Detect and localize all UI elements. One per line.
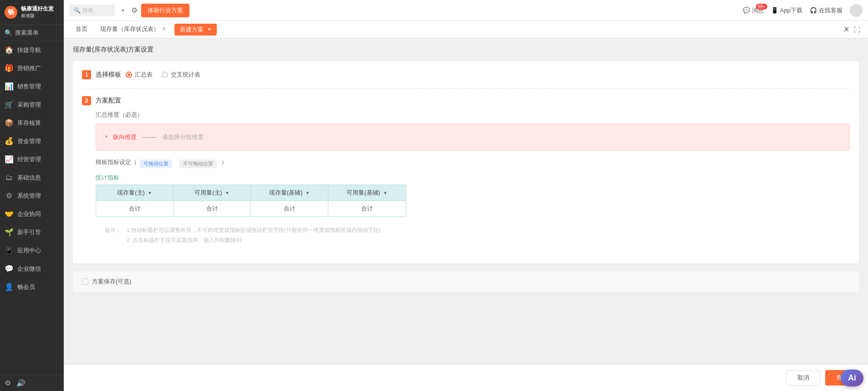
sidebar-item-apps[interactable]: 📱 应用中心 [0,242,64,260]
home-icon: 🏠 [5,46,14,55]
sidebar-item-shortcut[interactable]: 🏠 快捷导航 [0,41,64,59]
online-service-label: 在线客服 [819,6,842,15]
step2-section: 2 方案配置 汇总维度（必选） * 纵向维度 —— 请选择分组维度 [82,96,850,245]
settings-bottom-icon[interactable]: ⚙ [5,379,11,387]
sidebar-item-label: 系统管理 [17,192,41,200]
chat-icon: 💬 [5,264,14,273]
section-divider-1 [82,88,850,89]
dimension-config: 汇总维度（必选） * 纵向维度 —— 请选择分组维度 模板指标设定（ 可拖动位置 [96,111,850,245]
handshake-icon: 🤝 [5,210,14,219]
tip-1: 提示： 1.拖动标题栏可以调整布局，不可跨维度或指标区域拖动栏目字段(只能在同一… [105,226,850,236]
headset-icon: 🎧 [810,7,817,14]
user-avatar[interactable] [850,4,863,17]
save-checkbox[interactable] [82,278,88,285]
sidebar-item-inventory[interactable]: 📦 库存核算 [0,114,64,132]
radio-crosstab[interactable]: 交叉统计表 [162,71,200,79]
download-icon: 📱 [771,7,778,14]
app-version: 标准版 [21,13,54,19]
sidebar-item-sales[interactable]: 📊 销售管理 [0,77,64,96]
stats-col-chevron-0[interactable]: ▼ [148,190,152,196]
tab-new-plan[interactable]: 新建方案 ✕ [174,24,217,36]
dimension-section-label: 汇总维度（必选） [96,111,850,119]
indicator-close-paren: ） [221,158,227,166]
form-card: 1 选择模板 汇总表 交叉统计表 [73,61,859,263]
stats-col-cell-1: 合计 [174,201,251,216]
sidebar-item-finance[interactable]: 💰 资金管理 [0,132,64,150]
bottom-actions: 取消 查询 [64,364,868,391]
ai-badge[interactable]: Ai [841,370,863,386]
indicators-section: 模板指标设定（ 可拖动位置 不可拖动位置 ） 统计指标 [96,158,850,218]
tab-inventory-label: 现存量（库存状况表） [100,25,159,33]
maximize-window-icon[interactable]: ⛶ [852,24,863,35]
sidebar-item-label: 销售管理 [17,82,41,91]
sidebar-item-purchase[interactable]: 🛒 采购管理 [0,96,64,114]
sidebar-item-label: 快捷导航 [17,46,41,54]
money-icon: 💰 [5,137,14,146]
app-download-label: App下载 [780,6,802,15]
sidebar-item-business[interactable]: 📈 经营管理 [0,150,64,169]
stats-col-chevron-3[interactable]: ▼ [383,190,388,196]
sidebar-item-marketing[interactable]: 🎁 营销推广 [0,59,64,77]
step2-num: 2 [82,96,91,105]
indicator-settings-label: 模板指标设定（ [96,158,137,166]
tab-home-label: 首页 [76,25,87,33]
tab-home[interactable]: 首页 [69,21,94,38]
tips-section: 提示： 1.拖动标题栏可以调整布局，不可跨维度或指标区域拖动栏目字段(只能在同一… [96,226,850,245]
tabs-bar: 首页 现存量（库存状况表） ✕ 新建方案 ✕ ✕ ⛶ [64,21,868,38]
dropdown-icon: ▼ [120,7,126,14]
save-checkbox-row: 方案保存(可选) [73,271,859,292]
sprout-icon: 🌱 [5,228,14,237]
tab-inventory-status[interactable]: 现存量（库存状况表） ✕ [94,21,173,38]
dimension-placeholder: 请选择分组维度 [162,133,204,141]
sidebar-search-label: 搜索菜单 [15,29,39,37]
radio-summary-dot [126,72,132,78]
tab-new-close-icon[interactable]: ✕ [207,26,211,32]
stats-col-chevron-2[interactable]: ▼ [305,190,310,196]
step1-section: 1 选择模板 汇总表 交叉统计表 [82,70,850,79]
sidebar-item-basic[interactable]: 🗂 基础信息 [0,169,64,187]
online-service-badge[interactable]: 🎧 在线客服 [810,6,842,15]
step2-title: 方案配置 [96,97,121,105]
main-area: 🔍 搜索 ▼ ⚙ 体验行业方案 💬 消息 99+ 📱 App下载 🎧 在线客服 [64,0,868,391]
mobile-icon: 📱 [5,246,14,255]
dimension-required-mark: * [105,134,107,141]
sidebar-item-newbie[interactable]: 🌱 新手引导 [0,223,64,242]
indicator-settings-header: 模板指标设定（ 可拖动位置 不可拖动位置 ） [96,158,850,169]
radio-summary-label: 汇总表 [135,71,153,79]
sidebar-item-wechat[interactable]: 💬 企业微信 [0,260,64,278]
stats-table-title: 统计指标 [96,174,850,182]
radio-summary[interactable]: 汇总表 [126,71,153,79]
sidebar-item-system[interactable]: ⚙ 系统管理 [0,187,64,205]
stats-col-chevron-1[interactable]: ▼ [225,190,230,196]
stats-col-header-3: 可用量(基辅) ▼ [328,185,406,201]
tab-new-label: 新建方案 [180,26,204,34]
cart-icon: 🛒 [5,100,14,109]
content-area: 现存量(库存状况表)方案设置 1 选择模板 汇总表 交叉统计表 [64,38,868,364]
topbar-search[interactable]: 🔍 搜索 [69,5,115,16]
stats-col-header-text-2: 现存量(基辅) [269,189,303,197]
dimension-area[interactable]: * 纵向维度 —— 请选择分组维度 [96,123,850,151]
speaker-icon[interactable]: 🔊 [16,379,26,387]
topbar-search-placeholder: 搜索 [82,6,93,14]
topbar-gear-icon[interactable]: ⚙ [131,6,138,15]
industry-btn[interactable]: 体验行业方案 [141,4,189,17]
stats-cell-text-3: 合计 [361,205,373,213]
sidebar-item-member[interactable]: 👤 畅会员 [0,278,64,296]
sidebar-item-corp[interactable]: 🤝 企业协同 [0,205,64,223]
sidebar-bottom: ⚙ 🔊 [0,375,64,391]
stats-col-cell-0: 合计 [96,201,174,216]
step1-header: 1 选择模板 汇总表 交叉统计表 [82,70,850,79]
tab-inventory-close-icon[interactable]: ✕ [162,26,166,32]
sidebar-item-label: 资金管理 [17,137,41,145]
page-title: 现存量(库存状况表)方案设置 [73,46,859,54]
stats-table-wrapper: 统计指标 现存量(主) ▼ 可用量(主) ▼ [96,174,850,218]
stats-table-data-row: 合计 合计 合计 合计 [96,201,406,216]
sidebar-item-label: 基础信息 [17,174,41,182]
close-window-icon[interactable]: ✕ [841,24,852,35]
sidebar-search[interactable]: 🔍 搜索菜单 [0,25,64,41]
stats-col-header-2: 现存量(基辅) ▼ [251,185,328,201]
tip-2: 2. 点击标题栏下拉可设置排序、插入列和删除列 [105,236,850,246]
app-download-badge[interactable]: 📱 App下载 [771,6,802,15]
cancel-button[interactable]: 取消 [786,370,821,386]
messages-badge[interactable]: 💬 消息 99+ [743,6,764,15]
